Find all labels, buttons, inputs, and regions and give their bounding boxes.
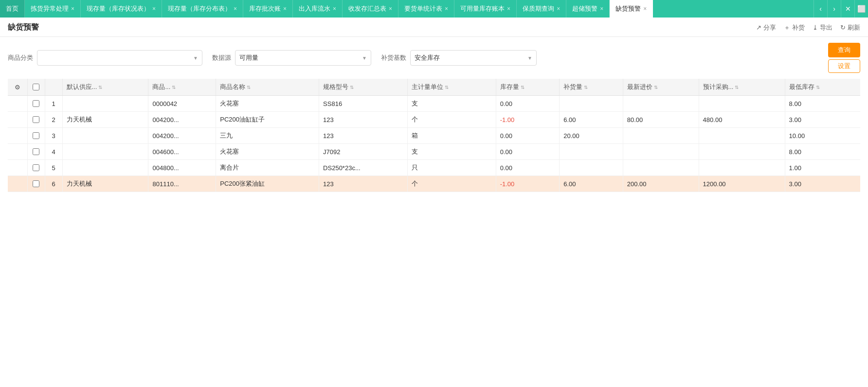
replenish-basis-select[interactable]: 安全库存 ▼ bbox=[410, 50, 537, 66]
row-est-purchase bbox=[699, 128, 785, 144]
tab-close-batch-account[interactable]: × bbox=[283, 5, 287, 12]
select-all-checkbox[interactable] bbox=[33, 84, 39, 90]
query-button[interactable]: 查询 bbox=[828, 43, 860, 57]
row-goods-code: 004200... bbox=[148, 128, 216, 144]
tab-home[interactable]: 首页 bbox=[0, 0, 25, 18]
table-body: 10000042火花塞SS816支0.008.002力天机械004200...P… bbox=[8, 96, 860, 192]
row-checkbox-cell bbox=[27, 96, 45, 112]
row-checkbox-4[interactable] bbox=[33, 148, 39, 155]
row-settings-cell bbox=[8, 128, 27, 144]
th-replenish-qty[interactable]: 补货量 ⇅ bbox=[560, 79, 623, 96]
row-replenish-qty: 6.00 bbox=[560, 112, 623, 128]
row-checkbox-3[interactable] bbox=[33, 132, 39, 139]
settings-button[interactable]: 设置 bbox=[828, 59, 860, 73]
tab-inventory-status[interactable]: 现存量（库存状况表） × bbox=[81, 0, 162, 18]
datasource-value: 可用量 bbox=[239, 53, 258, 62]
table-row: 2力天机械004200...PC200油缸缸子123个-1.006.0080.0… bbox=[8, 112, 860, 128]
refresh-icon: ↻ bbox=[840, 24, 846, 31]
th-goods-name[interactable]: 商品名称 ⇅ bbox=[216, 79, 319, 96]
row-index: 1 bbox=[45, 96, 62, 112]
tab-close-inventory-dist[interactable]: × bbox=[234, 5, 237, 12]
row-spec: J7092 bbox=[319, 144, 408, 160]
sort-icon-goods-code: ⇅ bbox=[172, 85, 176, 90]
table-row: 4004600...火花塞J7092支0.008.00 bbox=[8, 144, 860, 160]
th-checkbox bbox=[27, 79, 45, 96]
th-est-purchase[interactable]: 预计采购... ⇅ bbox=[699, 79, 785, 96]
row-checkbox-1[interactable] bbox=[33, 100, 39, 107]
row-checkbox-cell bbox=[27, 176, 45, 192]
th-unit[interactable]: 主计量单位 ⇅ bbox=[408, 79, 496, 96]
tab-close-overstock[interactable]: × bbox=[600, 5, 603, 12]
th-index bbox=[45, 79, 62, 96]
row-supplier bbox=[62, 128, 148, 144]
row-est-purchase: 480.00 bbox=[699, 112, 785, 128]
row-spec: DS250*23c... bbox=[319, 160, 408, 176]
tab-next-btn[interactable]: › bbox=[827, 0, 841, 18]
tab-order-stats[interactable]: 要货单统计表 × bbox=[398, 0, 454, 18]
datasource-label: 数据源 bbox=[212, 53, 231, 62]
row-min-stock: 1.00 bbox=[785, 160, 860, 176]
row-checkbox-2[interactable] bbox=[33, 116, 39, 123]
tab-close-order-stats[interactable]: × bbox=[445, 5, 448, 12]
th-goods-code[interactable]: 商品... ⇅ bbox=[148, 79, 216, 96]
th-latest-price[interactable]: 最新进价 ⇅ bbox=[623, 79, 699, 96]
row-min-stock: 10.00 bbox=[785, 128, 860, 144]
row-unit: 只 bbox=[408, 160, 496, 176]
th-min-stock[interactable]: 最低库存 ⇅ bbox=[785, 79, 860, 96]
replenish-btn[interactable]: ＋ 补货 bbox=[784, 23, 805, 32]
row-unit: 支 bbox=[408, 144, 496, 160]
tab-exception[interactable]: 拣货异常处理 × bbox=[25, 0, 81, 18]
row-goods-name: 三九 bbox=[216, 128, 319, 144]
tab-close-window-btn[interactable]: ✕ bbox=[841, 0, 854, 18]
row-checkbox-cell bbox=[27, 128, 45, 144]
tab-close-receive-summary[interactable]: × bbox=[389, 5, 392, 12]
datasource-select[interactable]: 可用量 ▼ bbox=[235, 50, 371, 66]
th-settings[interactable]: ⚙ bbox=[8, 79, 27, 96]
sort-icon-spec: ⇅ bbox=[350, 85, 354, 90]
tab-overstock[interactable]: 超储预警 × bbox=[566, 0, 610, 18]
tab-maximize-btn[interactable]: ⬜ bbox=[854, 0, 868, 18]
row-latest-price bbox=[623, 144, 699, 160]
row-checkbox-6[interactable] bbox=[33, 180, 39, 187]
row-est-purchase bbox=[699, 96, 785, 112]
sort-icon-stock: ⇅ bbox=[521, 85, 524, 90]
th-spec[interactable]: 规格型号 ⇅ bbox=[319, 79, 408, 96]
tab-receive-summary[interactable]: 收发存汇总表 × bbox=[343, 0, 398, 18]
th-stock[interactable]: 库存量 ⇅ bbox=[496, 79, 560, 96]
category-select[interactable]: ▼ bbox=[37, 50, 202, 66]
tab-close-inout-flow[interactable]: × bbox=[333, 5, 336, 12]
row-settings-cell bbox=[8, 112, 27, 128]
tab-prev-btn[interactable]: ‹ bbox=[814, 0, 827, 18]
tab-available-ledger[interactable]: 可用量库存账本 × bbox=[454, 0, 517, 18]
export-btn[interactable]: ⤓ 导出 bbox=[813, 23, 832, 32]
tab-close-exception[interactable]: × bbox=[71, 5, 74, 12]
row-goods-name: PC200张紧油缸 bbox=[216, 176, 319, 192]
main-content: 缺货预警 ↗ 分享 ＋ 补货 ⤓ 导出 ↻ 刷新 商品分类 bbox=[0, 18, 868, 387]
tab-close-inventory-status[interactable]: × bbox=[152, 5, 156, 12]
tab-inout-flow[interactable]: 出入库流水 × bbox=[293, 0, 343, 18]
sort-icon-goods-name: ⇅ bbox=[247, 85, 251, 90]
tab-stockout[interactable]: 缺货预警 × bbox=[610, 0, 653, 18]
filter-category-group: 商品分类 ▼ bbox=[8, 50, 202, 66]
th-supplier[interactable]: 默认供应... ⇅ bbox=[62, 79, 148, 96]
tab-inventory-dist[interactable]: 现存量（库存分布表） × bbox=[162, 0, 243, 18]
row-goods-name: 离合片 bbox=[216, 160, 319, 176]
tab-close-stockout[interactable]: × bbox=[643, 5, 647, 12]
row-latest-price: 80.00 bbox=[623, 112, 699, 128]
tab-batch-account[interactable]: 库存批次账 × bbox=[243, 0, 293, 18]
refresh-btn[interactable]: ↻ 刷新 bbox=[840, 23, 860, 32]
row-min-stock: 3.00 bbox=[785, 176, 860, 192]
row-settings-cell bbox=[8, 160, 27, 176]
row-index: 6 bbox=[45, 176, 62, 192]
share-btn[interactable]: ↗ 分享 bbox=[756, 23, 776, 32]
data-table: ⚙ 默认供应... ⇅ bbox=[8, 79, 860, 192]
sort-icon-est-purchase: ⇅ bbox=[735, 85, 739, 90]
row-unit: 个 bbox=[408, 112, 496, 128]
tab-close-available-ledger[interactable]: × bbox=[507, 5, 510, 12]
row-unit: 支 bbox=[408, 96, 496, 112]
tab-close-expiry-query[interactable]: × bbox=[557, 5, 560, 12]
tab-expiry-query[interactable]: 保质期查询 × bbox=[517, 0, 566, 18]
row-stock: 0.00 bbox=[496, 160, 560, 176]
settings-icon[interactable]: ⚙ bbox=[15, 84, 20, 91]
row-checkbox-5[interactable] bbox=[33, 164, 39, 171]
